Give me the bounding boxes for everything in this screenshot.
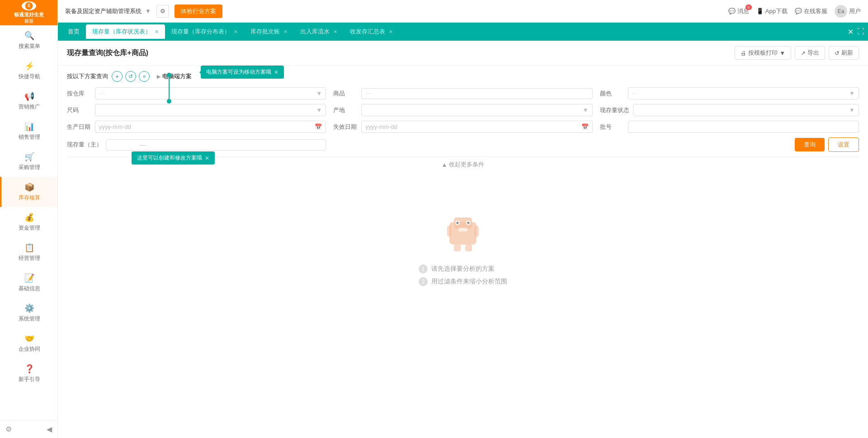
inventory-icon: 📦 <box>24 182 34 192</box>
page: 现存量查询(按仓库+商品) 🖨 按模板打印 ▼ ↗ 导出 ↺ 刷新 <box>58 41 868 438</box>
tab-batch[interactable]: 库存批次账 ✕ <box>244 24 294 39</box>
sidebar-item-label: 新手引导 <box>19 376 40 383</box>
svg-rect-10 <box>474 226 479 237</box>
management-icon: 📋 <box>24 243 34 253</box>
refresh-button[interactable]: ↺ 刷新 <box>829 46 859 60</box>
filter-label: 按以下方案查询 <box>67 72 108 80</box>
sidebar-item-base[interactable]: 📝 基础信息 <box>0 268 57 298</box>
base-icon: 📝 <box>24 273 34 283</box>
set-button[interactable]: 设置 <box>828 137 859 152</box>
sidebar-item-finance[interactable]: 💰 资金管理 <box>0 207 57 237</box>
sidebar-item-search[interactable]: 🔍 搜索菜单 <box>0 25 57 56</box>
filter-area: 按以下方案查询 + ↺ « ▶ 电脑端方案 <box>58 66 868 172</box>
tab-close-icon[interactable]: ✕ <box>283 29 288 35</box>
filter-prod-date: 生产日期 yyyy-mm-dd 📅 <box>67 121 326 133</box>
color-select[interactable]: ··· ▼ <box>628 87 859 99</box>
filter-row4: 现存量（主） — 查询 设置 <box>67 137 859 152</box>
add-scheme-button[interactable]: + <box>112 71 123 82</box>
warehouse-select[interactable]: ··· ▼ <box>95 87 326 99</box>
stock-status-select[interactable]: ▼ <box>633 104 859 116</box>
stock-status-label: 现存量状态 <box>600 106 629 114</box>
tab-home-label: 首页 <box>68 28 80 36</box>
purchase-icon: 🛒 <box>24 152 34 162</box>
marketing-icon: 📢 <box>24 91 34 101</box>
tab-inventory-status[interactable]: 现存量（库存状况表） ✕ <box>86 24 165 39</box>
user-avatar[interactable]: Ea 用户 <box>835 5 861 18</box>
tab-home[interactable]: 首页 <box>61 24 86 39</box>
sidebar-item-management[interactable]: 📋 经营管理 <box>0 237 57 268</box>
svg-rect-11 <box>454 245 461 251</box>
size-select[interactable]: ▼ <box>95 104 326 116</box>
step2-num: 2 <box>419 277 428 286</box>
empty-step2: 2 用过滤条件来缩小分析范围 <box>419 277 507 286</box>
expiry-date-input[interactable]: yyyy-mm-dd 📅 <box>361 121 592 133</box>
filter-row2: 尺码 ▼ 产地 ▼ 现存量状态 <box>67 104 859 116</box>
system-icon: ⚙️ <box>24 303 34 313</box>
scheme-item-desktop[interactable]: ▶ 电脑端方案 <box>157 72 192 80</box>
tab-inventory-dist[interactable]: 现存量（库存分布表） ✕ <box>165 24 244 39</box>
topbar-right: 💬 6 消息 📱 App下载 💬 在线客服 Ea 用户 <box>728 5 861 18</box>
system-dropdown-icon[interactable]: ▼ <box>145 8 151 14</box>
tab-close-icon[interactable]: ✕ <box>333 29 337 35</box>
tab-close-all-icon[interactable]: ✕ <box>848 28 854 36</box>
page-actions: 🖨 按模板打印 ▼ ↗ 导出 ↺ 刷新 <box>735 46 859 60</box>
refresh-scheme-button[interactable]: ↺ <box>125 71 136 82</box>
page-title: 现存量查询(按仓库+商品) <box>67 48 148 58</box>
collab-icon: 🤝 <box>24 334 34 344</box>
svg-text:6: 6 <box>28 3 30 8</box>
stock-min-input[interactable] <box>110 141 137 148</box>
filter-stock-main: 现存量（主） — <box>67 137 326 152</box>
sidebar-item-inventory[interactable]: 📦 库存核算 <box>0 177 57 207</box>
tab-expand-icon[interactable]: ⛶ <box>857 28 864 36</box>
sidebar-item-collab[interactable]: 🤝 企业协同 <box>0 328 57 358</box>
tab-summary[interactable]: 收发存汇总表 ✕ <box>344 24 399 39</box>
tooltip1-close[interactable]: ✕ <box>274 69 278 75</box>
origin-select[interactable]: ▼ <box>361 104 592 116</box>
collapse-icon[interactable]: ◀ <box>47 425 52 433</box>
settings-icon[interactable]: ⚙ <box>5 425 12 433</box>
system-selector[interactable]: 装备及固定资产辅助管理系统 ▼ <box>65 7 151 15</box>
tooltip2-close[interactable]: ✕ <box>205 155 209 161</box>
tab-label: 出入库流水 <box>300 28 330 36</box>
logo-badge: 标版 <box>24 18 33 24</box>
filter-top-row: 按以下方案查询 + ↺ « ▶ 电脑端方案 <box>67 71 859 82</box>
sidebar-logo: 6 畅通道好生意 标版 <box>0 0 57 25</box>
online-support-button[interactable]: 💬 在线客服 <box>795 7 827 15</box>
sidebar-item-label: 快捷导航 <box>19 73 40 80</box>
dropdown-arrow-icon: ▼ <box>779 50 785 57</box>
range-separator: — <box>140 141 146 148</box>
back-scheme-button[interactable]: « <box>139 71 150 82</box>
batch-input[interactable] <box>628 121 859 133</box>
sidebar-item-marketing[interactable]: 📢 营销推广 <box>0 86 57 116</box>
app-download-button[interactable]: 📱 App下载 <box>756 7 788 15</box>
empty-steps: 1 请先选择要分析的方案 2 用过滤条件来缩小分析范围 <box>419 264 507 286</box>
sidebar-item-guide[interactable]: ❓ 新手引导 <box>0 358 57 389</box>
filter-stock-status: 现存量状态 ▼ <box>600 104 859 116</box>
trial-button[interactable]: 体验行业方案 <box>175 5 222 18</box>
stock-range-input[interactable]: — <box>106 139 326 151</box>
sidebar-item-purchase[interactable]: 🛒 采购管理 <box>0 146 57 177</box>
expiry-date-label: 失效日期 <box>333 123 358 131</box>
tab-flow[interactable]: 出入库流水 ✕ <box>294 24 344 39</box>
sidebar-item-system[interactable]: ⚙️ 系统管理 <box>0 298 57 328</box>
query-button[interactable]: 查询 <box>795 138 825 151</box>
tab-label: 现存量（库存分布表） <box>171 28 230 36</box>
filter-batch: 批号 <box>600 121 859 133</box>
tab-close-icon[interactable]: ✕ <box>389 29 393 35</box>
stock-max-input[interactable] <box>148 141 175 148</box>
page-header: 现存量查询(按仓库+商品) 🖨 按模板打印 ▼ ↗ 导出 ↺ 刷新 <box>58 41 868 66</box>
gear-button[interactable]: ⚙ <box>156 5 169 18</box>
sidebar-item-sales[interactable]: 📊 销售管理 <box>0 116 57 146</box>
sidebar-item-quicknav[interactable]: ⚡ 快捷导航 <box>0 56 57 86</box>
tab-close-icon[interactable]: ✕ <box>234 29 238 35</box>
step1-num: 1 <box>419 264 428 273</box>
export-button[interactable]: ↗ 导出 <box>795 46 825 60</box>
message-icon: 💬 <box>728 8 736 14</box>
message-button[interactable]: 💬 6 消息 <box>728 7 749 15</box>
prod-date-label: 生产日期 <box>67 123 91 131</box>
goods-select[interactable]: ··· <box>361 88 592 99</box>
print-button[interactable]: 🖨 按模板打印 ▼ <box>735 46 791 60</box>
logo-name: 畅通道好生意 <box>14 11 44 18</box>
tab-close-icon[interactable]: ✕ <box>155 29 159 35</box>
prod-date-input[interactable]: yyyy-mm-dd 📅 <box>95 121 326 133</box>
